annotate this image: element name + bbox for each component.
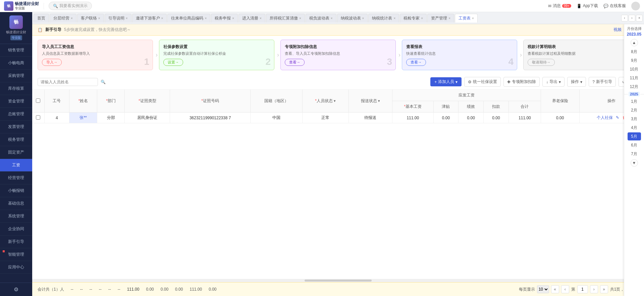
tab-scroll-right[interactable]: › [629, 15, 635, 22]
tab-guide[interactable]: 引导说明× [105, 14, 131, 23]
add-staff-button[interactable]: + 添加人员 ▾ [430, 77, 462, 86]
sidebar-item-general-ledger[interactable]: 总账管理 [0, 108, 32, 121]
settings-icon[interactable]: ⚙ [0, 283, 32, 296]
export-btn[interactable]: ↓ 导出 ▾ [542, 77, 565, 87]
tab-invite-close[interactable]: × [161, 16, 163, 20]
search-input[interactable] [38, 78, 98, 86]
step-arrow-1: › [154, 40, 159, 70]
step3-btn[interactable]: 查看→ [285, 59, 305, 66]
sidebar-item-guide[interactable]: 新手引导 [0, 236, 32, 248]
sidebar-item-xiaochang-sales[interactable]: 小畅报销 [0, 184, 32, 197]
tab-clear-account[interactable]: 进入清册× [238, 14, 265, 23]
operations-btn[interactable]: 操作 ▾ [567, 77, 586, 87]
tab-tax-summary[interactable]: 纳税统计表× [368, 14, 399, 23]
sidebar-item-xiaochang-ecom[interactable]: 小畅电商 [0, 57, 32, 70]
tab-tax-expert[interactable]: 税检专家× [400, 14, 427, 23]
search-demo[interactable]: 🔍 我要看实例演示 [49, 2, 92, 10]
search-btn[interactable]: 🔍 [101, 80, 106, 84]
sidebar-item-fixed-assets[interactable]: 固定资产 [0, 146, 32, 159]
tab-payroll[interactable]: 工资表× [455, 14, 478, 23]
tab-income-tax-close[interactable]: × [299, 16, 301, 20]
step5-btn[interactable]: 敬请期待→ [528, 59, 555, 66]
online-service-btn[interactable]: 💬 在线客服 [603, 3, 626, 9]
step4-btn[interactable]: 查看→ [406, 59, 426, 66]
tab-tax-expert-close[interactable]: × [421, 16, 423, 20]
tab-tax-summary-close[interactable]: × [393, 16, 395, 20]
mp-month-5[interactable]: 5月 [628, 132, 641, 140]
tab-tax-report[interactable]: 税务申报× [211, 14, 238, 23]
sidebar-item-tax[interactable]: 税务管理 [0, 133, 32, 146]
guide-video-btn[interactable]: 视频 [613, 27, 622, 33]
tab-tax-reduction[interactable]: 税负波动表× [306, 14, 336, 23]
step1-btn[interactable]: 导入→ [42, 59, 62, 66]
message-btn[interactable]: ✉ 消息 99+ [548, 3, 571, 9]
tab-customer-close[interactable]: × [98, 16, 100, 20]
sidebar-item-basics[interactable]: 基础信息 [0, 197, 32, 210]
mp-month-3[interactable]: 3月 [628, 115, 641, 123]
sidebar-item-operations[interactable]: 经营管理 [0, 172, 32, 184]
tab-income-tax[interactable]: 所得税汇算清缴× [266, 14, 305, 23]
tab-close-all[interactable]: × [636, 15, 643, 22]
tab-customer[interactable]: 客户联络× [77, 14, 104, 23]
tab-tax-reduction-close[interactable]: × [331, 16, 333, 20]
last-page-btn[interactable]: » [600, 285, 608, 293]
op-edit-btn[interactable]: ✎ [616, 115, 619, 120]
content-area: 📋 新手引导 5步快速完成设置，快去完善信息吧～ 视频 帮助 × 导入员工工资信… [32, 24, 644, 296]
new-guide-btn[interactable]: ? 新手引导 [589, 77, 616, 87]
app-download-btn[interactable]: 📱 App下载 [577, 3, 598, 9]
sidebar-item-purchase[interactable]: 采购管理 [0, 70, 32, 82]
footer-basic-salary: 111.00 [127, 287, 140, 292]
tab-product-code-close[interactable]: × [205, 16, 207, 20]
mp-month-7[interactable]: 7月 [628, 150, 641, 158]
th-status: *人员状态 ▾ [302, 90, 348, 113]
op-personal-social[interactable]: 个人社保 [597, 115, 613, 120]
tab-product-code[interactable]: 往来单位商品编码× [167, 14, 210, 23]
mp-month-12[interactable]: 12月 [628, 90, 641, 91]
tab-dept-mgmt[interactable]: 分层经营× [50, 14, 76, 23]
sidebar-item-inventory[interactable]: 库存核算 [0, 82, 32, 95]
sidebar-item-enterprise[interactable]: 企业协同 [0, 223, 32, 236]
tab-assets[interactable]: 资产管理× [427, 14, 454, 23]
sidebar-item-sales[interactable]: 销售管理 [0, 44, 32, 57]
sidebar-item-apps[interactable]: 应用中心 [0, 261, 32, 274]
per-page-select[interactable]: 10 20 50 [537, 285, 549, 293]
tab-assets-close[interactable]: × [448, 16, 450, 20]
deduction-icon: ✚ [507, 80, 511, 84]
unified-settings-btn[interactable]: ⚙ 统一社保设置 [464, 77, 501, 87]
guide-step-2: 社保参数设置 完成社保参数设置自动计算社保公积金 设置→ 2 [159, 40, 274, 70]
sidebar-edition-badge: 专业版 [10, 35, 22, 40]
tab-tax-report-close[interactable]: × [232, 16, 234, 20]
user-avatar[interactable] [631, 2, 640, 10]
tab-payroll-close[interactable]: × [472, 16, 474, 20]
sidebar-item-smart[interactable]: 智能管理 [0, 248, 32, 261]
mp-month-6[interactable]: 6月 [628, 141, 641, 149]
tab-tax-wave[interactable]: 纳税波动表× [337, 14, 368, 23]
tab-dept-mgmt-close[interactable]: × [71, 16, 73, 20]
status-filter-icon[interactable]: ▾ [334, 99, 336, 103]
report-filter-icon[interactable]: ▾ [378, 99, 380, 103]
step1-desc: 人员信息及工资数据新增导入 [42, 51, 149, 56]
tab-scroll-left[interactable]: ‹ [621, 15, 628, 22]
tab-clear-account-close[interactable]: × [260, 16, 262, 20]
mp-down-arrow[interactable]: ▼ [631, 159, 638, 167]
tab-tax-wave-close[interactable]: × [362, 16, 364, 20]
horizontal-scrollbar[interactable] [305, 280, 372, 282]
tab-home[interactable]: 首页 [34, 14, 49, 23]
tab-guide-close[interactable]: × [126, 16, 128, 20]
sidebar-item-system[interactable]: 系统管理 [0, 210, 32, 223]
special-deduction-btn[interactable]: ✚ 专项附加扣除 [503, 77, 540, 87]
mp-month-2[interactable]: 2月 [628, 106, 641, 114]
page-input[interactable] [577, 285, 588, 293]
select-all-checkbox[interactable] [36, 98, 40, 103]
prev-page-btn[interactable]: ‹ [561, 285, 569, 293]
row-checkbox[interactable] [36, 115, 40, 120]
sidebar-item-payroll[interactable]: 工资 [0, 159, 32, 172]
tab-invite[interactable]: 邀请下游客户× [132, 14, 167, 23]
next-page-btn[interactable]: › [590, 285, 598, 293]
mp-month-1[interactable]: 1月 [628, 97, 641, 105]
sidebar-item-invoice[interactable]: 发票管理 [0, 121, 32, 133]
sidebar-item-finance[interactable]: 资金管理 [0, 95, 32, 108]
mp-month-4[interactable]: 4月 [628, 124, 641, 132]
first-page-btn[interactable]: « [551, 285, 559, 293]
step2-btn[interactable]: 设置→ [163, 59, 183, 66]
